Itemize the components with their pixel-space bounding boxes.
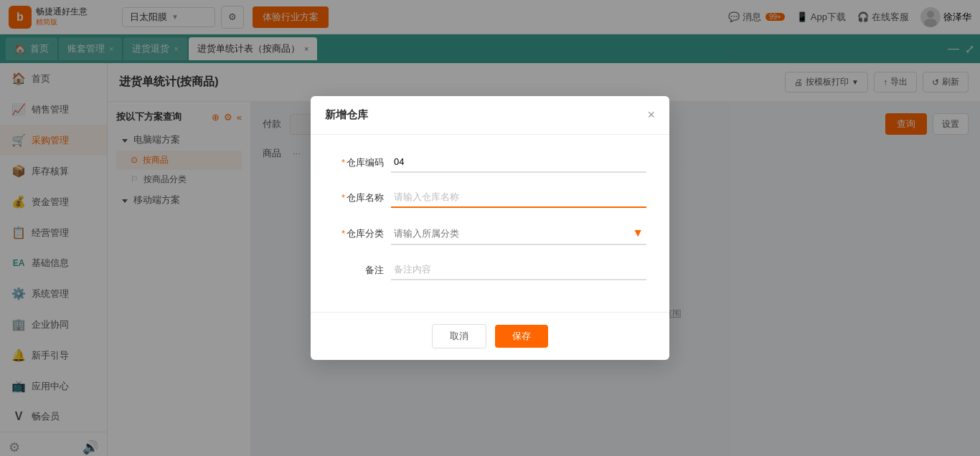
modal-close-button[interactable]: × [647, 108, 655, 123]
form-row-category: 仓库分类 ▼ [334, 222, 646, 245]
form-row-name: 仓库名称 [334, 187, 646, 208]
save-button[interactable]: 保存 [495, 325, 548, 348]
modal-footer: 取消 保存 [311, 312, 669, 360]
add-warehouse-modal: 新增仓库 × 仓库编码 仓库名称 仓库分类 ▼ [311, 96, 669, 360]
form-label-remark: 备注 [334, 264, 391, 277]
warehouse-category-select[interactable]: ▼ [391, 222, 646, 245]
modal-title: 新增仓库 [325, 108, 368, 122]
form-row-remark: 备注 [334, 260, 646, 280]
form-label-code: 仓库编码 [334, 156, 391, 169]
form-row-code: 仓库编码 [334, 152, 646, 173]
remark-input[interactable] [391, 260, 646, 280]
form-label-category: 仓库分类 [334, 227, 391, 240]
form-label-name: 仓库名称 [334, 191, 391, 204]
category-input[interactable] [394, 228, 632, 239]
cancel-button[interactable]: 取消 [432, 324, 486, 348]
modal-header: 新增仓库 × [311, 96, 669, 135]
modal-overlay: 新增仓库 × 仓库编码 仓库名称 仓库分类 ▼ [0, 0, 980, 456]
modal-body: 仓库编码 仓库名称 仓库分类 ▼ 备注 [311, 135, 669, 312]
warehouse-code-input[interactable] [391, 152, 646, 173]
select-arrow-icon: ▼ [632, 227, 644, 239]
warehouse-name-input[interactable] [391, 187, 646, 208]
